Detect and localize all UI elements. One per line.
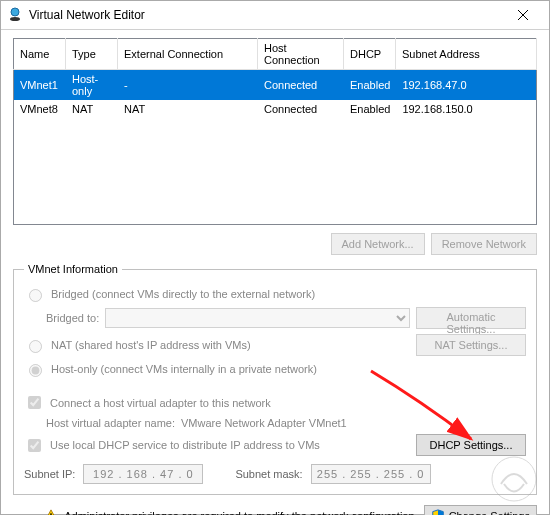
hostonly-radio [29, 364, 42, 377]
cell-host: Connected [258, 70, 344, 100]
close-icon [518, 10, 528, 20]
vmnet-info-group: VMnet Information Bridged (connect VMs d… [13, 263, 537, 495]
cell-dhcp: Enabled [344, 70, 396, 100]
window-title: Virtual Network Editor [29, 8, 503, 22]
use-dhcp-checkbox [28, 439, 41, 452]
change-settings-button[interactable]: Change Settings [424, 505, 537, 515]
cell-type: NAT [66, 100, 118, 118]
close-button[interactable] [503, 1, 543, 29]
cell-name: VMnet1 [14, 70, 66, 100]
table-row[interactable]: VMnet8NATNATConnectedEnabled192.168.150.… [14, 100, 536, 118]
dhcp-settings-button[interactable]: DHCP Settings... [416, 434, 526, 456]
adapter-name-label: Host virtual adapter name: [46, 417, 175, 429]
col-type[interactable]: Type [66, 39, 118, 70]
warning-icon [44, 509, 58, 515]
automatic-settings-button: Automatic Settings... [416, 307, 526, 329]
warning-text: Administrator privileges are required to… [64, 510, 417, 515]
bridged-label: Bridged (connect VMs directly to the ext… [51, 288, 315, 300]
col-dhcp[interactable]: DHCP [344, 39, 396, 70]
col-external[interactable]: External Connection [118, 39, 258, 70]
network-table[interactable]: Name Type External Connection Host Conne… [13, 38, 537, 70]
col-subnet[interactable]: Subnet Address [396, 39, 537, 70]
nat-radio [29, 340, 42, 353]
table-row[interactable]: VMnet1Host-only-ConnectedEnabled192.168.… [14, 70, 536, 100]
subnet-mask-label: Subnet mask: [235, 468, 302, 480]
change-settings-label: Change Settings [449, 510, 530, 515]
cell-dhcp: Enabled [344, 100, 396, 118]
add-network-button: Add Network... [331, 233, 425, 255]
bridged-to-select [105, 308, 410, 328]
subnet-ip-label: Subnet IP: [24, 468, 75, 480]
adapter-name-value: VMware Network Adapter VMnet1 [181, 417, 347, 429]
vmnet-info-legend: VMnet Information [24, 263, 122, 275]
cell-ext: NAT [118, 100, 258, 118]
connect-adapter-label: Connect a host virtual adapter to this n… [50, 397, 271, 409]
subnet-ip-input [83, 464, 203, 484]
subnet-mask-input [311, 464, 431, 484]
bridged-to-label: Bridged to: [46, 312, 99, 324]
title-bar: Virtual Network Editor [1, 1, 549, 30]
cell-subnet: 192.168.47.0 [396, 70, 536, 100]
shield-icon [431, 509, 445, 515]
svg-point-0 [11, 8, 19, 16]
cell-subnet: 192.168.150.0 [396, 100, 536, 118]
hostonly-label: Host-only (connect VMs internally in a p… [51, 363, 317, 375]
nat-settings-button: NAT Settings... [416, 334, 526, 356]
bridged-radio [29, 289, 42, 302]
use-dhcp-label: Use local DHCP service to distribute IP … [50, 439, 320, 451]
app-icon [7, 7, 23, 23]
col-name[interactable]: Name [14, 39, 66, 70]
cell-name: VMnet8 [14, 100, 66, 118]
remove-network-button: Remove Network [431, 233, 537, 255]
col-host[interactable]: Host Connection [258, 39, 344, 70]
cell-host: Connected [258, 100, 344, 118]
cell-ext: - [118, 70, 258, 100]
connect-adapter-checkbox [28, 396, 41, 409]
svg-point-1 [10, 17, 20, 21]
cell-type: Host-only [66, 70, 118, 100]
nat-label: NAT (shared host's IP address with VMs) [51, 339, 251, 351]
